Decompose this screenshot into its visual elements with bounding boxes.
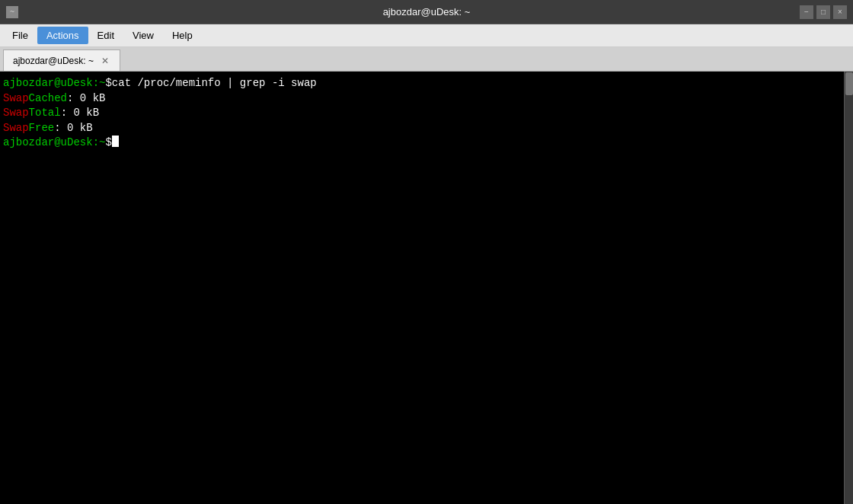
tab-close-button[interactable]: ✕ bbox=[100, 56, 110, 66]
menu-item-view[interactable]: View bbox=[123, 27, 163, 44]
maximize-button[interactable]: □ bbox=[816, 5, 830, 19]
swap-cached-value: : 0 kB bbox=[67, 91, 105, 107]
menu-item-help[interactable]: Help bbox=[163, 27, 202, 44]
command-line: ajbozdar@uDesk:~$ cat /proc/meminfo | gr… bbox=[3, 76, 841, 91]
terminal[interactable]: ajbozdar@uDesk:~$ cat /proc/meminfo | gr… bbox=[0, 72, 844, 504]
prompt-user: ajbozdar@uDesk bbox=[3, 76, 93, 91]
menu-bar: File Actions Edit View Help bbox=[0, 24, 853, 47]
output-line-2: SwapTotal: 0 kB bbox=[3, 106, 841, 121]
swap-free-label2: Free bbox=[29, 121, 55, 136]
title-bar-left: ~ bbox=[6, 6, 18, 18]
second-prompt-line: ajbozdar@uDesk:~$ bbox=[3, 136, 841, 151]
terminal-container: ajbozdar@uDesk:~$ cat /proc/meminfo | gr… bbox=[0, 72, 853, 504]
terminal-icon: ~ bbox=[6, 6, 18, 18]
tab-bar: ajbozdar@uDesk: ~ ✕ bbox=[0, 47, 853, 72]
menu-item-edit[interactable]: Edit bbox=[88, 27, 123, 44]
output-line-3: SwapFree: 0 kB bbox=[3, 121, 841, 136]
swap-total-value: : 0 kB bbox=[61, 106, 99, 121]
title-bar-title: ajbozdar@uDesk: ~ bbox=[383, 6, 471, 18]
tab-label: ajbozdar@uDesk: ~ bbox=[13, 56, 94, 66]
swap-total-label: Swap bbox=[3, 106, 29, 121]
swap-total-label2: Total bbox=[29, 106, 61, 121]
swap-free-label: Swap bbox=[3, 121, 29, 136]
swap-free-value: : 0 kB bbox=[54, 121, 92, 136]
title-bar: ~ ajbozdar@uDesk: ~ − □ × bbox=[0, 0, 853, 24]
output-line-1: SwapCached: 0 kB bbox=[3, 91, 841, 107]
prompt-dollar: $ bbox=[105, 76, 111, 91]
menu-item-actions[interactable]: Actions bbox=[37, 27, 88, 44]
minimize-button[interactable]: − bbox=[800, 5, 813, 19]
prompt-dir: :~ bbox=[93, 76, 106, 91]
close-button[interactable]: × bbox=[833, 5, 847, 19]
cursor bbox=[112, 136, 119, 147]
scrollbar[interactable] bbox=[844, 72, 853, 504]
tab-1[interactable]: ajbozdar@uDesk: ~ ✕ bbox=[3, 49, 120, 71]
title-bar-controls: − □ × bbox=[800, 5, 847, 19]
scrollbar-thumb[interactable] bbox=[845, 72, 853, 95]
prompt2-dollar: $ bbox=[105, 136, 111, 151]
swap-cached-label: Swap bbox=[3, 91, 29, 107]
prompt2-dir: :~ bbox=[93, 136, 106, 151]
menu-item-file[interactable]: File bbox=[3, 27, 37, 44]
prompt2-user: ajbozdar@uDesk bbox=[3, 136, 93, 151]
command-text: cat /proc/meminfo | grep -i swap bbox=[112, 76, 317, 91]
swap-cached-label2: Cached bbox=[29, 91, 67, 107]
